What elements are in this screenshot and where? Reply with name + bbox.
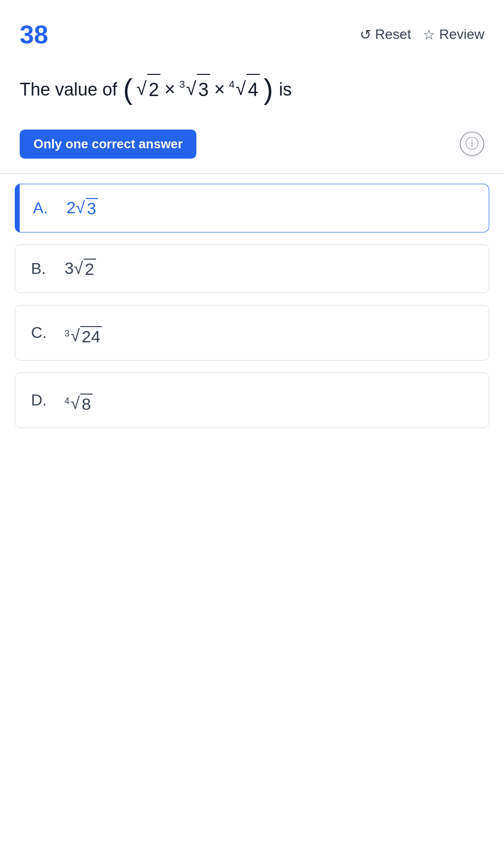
- review-button[interactable]: ☆ Review: [423, 27, 484, 43]
- header-actions: ↺ Reset ☆ Review: [360, 27, 484, 43]
- close-paren: ): [264, 77, 273, 102]
- opt-a-sqrt-sign: √: [76, 198, 85, 217]
- opt-a-sqrt: √3: [76, 198, 98, 218]
- opt-b-sqrt: √2: [74, 259, 96, 279]
- option-c-math: 3√24: [64, 319, 102, 346]
- star-icon: ☆: [423, 27, 435, 43]
- fourthrt-radicand: 4: [247, 74, 260, 105]
- opt-a-sqrt-radicand: 3: [86, 198, 98, 218]
- opt-c-cbrt-sign: √: [70, 326, 80, 345]
- opt-b-sqrt-radicand: 2: [84, 259, 96, 279]
- question-prefix: The value of: [20, 75, 117, 104]
- option-a-label: A.: [33, 199, 53, 217]
- opt-b-sqrt-sign: √: [74, 259, 83, 278]
- reset-label: Reset: [375, 27, 411, 42]
- info-button[interactable]: ⓘ: [460, 132, 484, 156]
- sqrt2: √2: [136, 74, 160, 105]
- times1: ×: [164, 74, 175, 104]
- option-c[interactable]: C. 3√24: [15, 305, 489, 361]
- badge-section: Only one correct answer ⓘ: [0, 110, 504, 168]
- opt-c-cbrt-index: 3: [64, 328, 69, 339]
- option-b[interactable]: B. 3 √2: [15, 244, 489, 293]
- question-body: The value of ( √2 × 3√3 × 4√4 ) is: [0, 59, 504, 110]
- option-c-label: C.: [31, 324, 51, 342]
- question-text: The value of ( √2 × 3√3 × 4√4 ) is: [20, 74, 484, 105]
- review-label: Review: [439, 27, 484, 42]
- section-divider: [0, 173, 504, 174]
- options-section: A. 2 √3 B. 3 √2 C. 3√24 D. 4√8: [0, 179, 504, 445]
- selected-bar: [17, 184, 20, 232]
- fourthrt-index: 4: [229, 76, 235, 92]
- reset-button[interactable]: ↺ Reset: [360, 27, 411, 43]
- option-a[interactable]: A. 2 √3: [15, 184, 489, 233]
- cbrt3: 3√3: [179, 74, 210, 105]
- option-d[interactable]: D. 4√8: [15, 372, 489, 428]
- math-expression: ( √2 × 3√3 × 4√4 ): [123, 74, 273, 105]
- opt-c-cbrt: 3√24: [64, 326, 102, 346]
- times2: ×: [214, 74, 225, 104]
- sqrt-radicand: 2: [147, 74, 160, 105]
- opt-d-fourthrt-index: 4: [64, 396, 69, 406]
- option-b-math: 3 √2: [64, 259, 96, 279]
- cbrt-radicand: 3: [197, 74, 210, 105]
- opt-c-cbrt-radicand: 24: [80, 326, 102, 346]
- question-number: 38: [20, 20, 48, 49]
- option-d-label: D.: [31, 391, 51, 409]
- answer-type-badge: Only one correct answer: [20, 130, 196, 159]
- question-header: 38 ↺ Reset ☆ Review: [0, 0, 504, 59]
- option-b-label: B.: [31, 260, 51, 278]
- opt-d-fourthrt-sign: √: [70, 394, 80, 413]
- cbrt-index: 3: [179, 76, 185, 92]
- sqrt-sign: √: [136, 74, 147, 104]
- question-suffix: is: [279, 75, 292, 104]
- open-paren: (: [123, 77, 132, 102]
- option-d-math: 4√8: [64, 387, 93, 414]
- fourthrt4: 4√4: [229, 74, 260, 105]
- opt-d-fourthrt-radicand: 8: [80, 394, 93, 414]
- cbrt-sign: √: [186, 74, 196, 104]
- fourthrt-sign: √: [236, 74, 246, 104]
- reset-icon: ↺: [360, 27, 371, 43]
- option-a-math: 2 √3: [66, 198, 98, 218]
- opt-d-fourthrt: 4√8: [64, 394, 93, 414]
